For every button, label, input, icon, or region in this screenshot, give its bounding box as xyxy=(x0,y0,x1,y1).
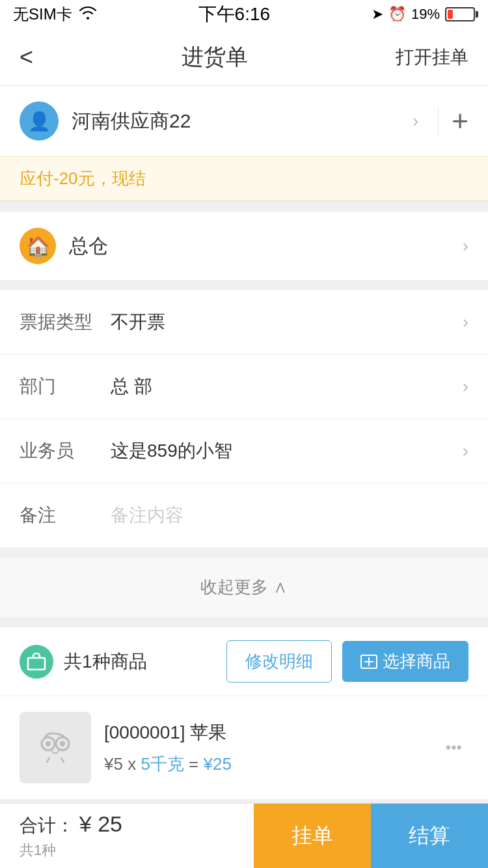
supplier-name: 河南供应商22 xyxy=(72,108,413,135)
total-count: 共1种 xyxy=(20,841,234,860)
remark-value: 备注内容 xyxy=(98,503,468,528)
alarm-icon: ⏰ xyxy=(388,6,406,23)
bottom-bar: 合计： ¥ 25 共1种 挂单 结算 xyxy=(0,803,488,868)
salesperson-label: 业务员 xyxy=(20,439,98,463)
location-icon: ➤ xyxy=(372,6,383,23)
products-count: 共1种商品 xyxy=(64,649,226,674)
department-row[interactable]: 部门 总 部 › xyxy=(0,355,488,419)
total-row: 合计： ¥ 25 xyxy=(20,811,234,838)
edit-detail-button[interactable]: 修改明细 xyxy=(226,640,332,683)
add-supplier-button[interactable]: + xyxy=(438,107,468,135)
supplier-chevron-icon: › xyxy=(413,111,418,131)
department-label: 部门 xyxy=(20,374,98,399)
product-more-button[interactable]: ••• xyxy=(439,732,468,763)
notice-text: 应付-20元，现结 xyxy=(20,169,146,188)
warehouse-house-icon: 🏠 xyxy=(26,235,50,258)
product-placeholder-icon xyxy=(33,726,78,770)
product-equals: = xyxy=(189,754,203,774)
warehouse-icon: 🏠 xyxy=(20,228,56,264)
product-item: [0000001] 苹果 ¥5 x 5千克 = ¥25 ••• xyxy=(0,696,488,799)
product-unit-price: ¥5 x xyxy=(104,754,141,774)
supplier-avatar-icon: 👤 xyxy=(28,111,51,132)
invoice-type-label: 票据类型 xyxy=(20,310,98,334)
checkout-button[interactable]: 结算 xyxy=(371,804,488,868)
product-thumbnail xyxy=(20,712,91,783)
product-info: [0000001] 苹果 ¥5 x 5千克 = ¥25 xyxy=(104,720,439,776)
products-header: 共1种商品 修改明细 选择商品 xyxy=(0,627,488,696)
supplier-avatar: 👤 xyxy=(20,102,59,141)
select-product-button[interactable]: 选择商品 xyxy=(342,641,468,682)
total-area: 合计： ¥ 25 共1种 xyxy=(0,804,254,868)
salesperson-row[interactable]: 业务员 这是859的小智 › xyxy=(0,419,488,483)
department-chevron-icon: › xyxy=(463,376,468,397)
total-label: 合计： xyxy=(20,815,74,835)
svg-point-4 xyxy=(46,741,51,746)
product-total: ¥25 xyxy=(204,754,232,774)
product-name: [0000001] 苹果 xyxy=(104,720,439,745)
status-right: ➤ ⏰ 19% xyxy=(372,6,475,23)
battery-icon xyxy=(445,7,475,21)
invoice-type-row[interactable]: 票据类型 不开票 › xyxy=(0,290,488,355)
total-amount: ¥ 25 xyxy=(79,811,122,836)
salesperson-value: 这是859的小智 xyxy=(98,439,463,463)
product-quantity: 5千克 xyxy=(141,754,183,774)
supplier-section: 👤 河南供应商22 › + 应付-20元，现结 xyxy=(0,86,488,201)
warehouse-chevron-icon: › xyxy=(463,236,468,256)
open-pending-button[interactable]: 打开挂单 xyxy=(396,45,468,70)
suspend-button[interactable]: 挂单 xyxy=(254,804,371,868)
department-value: 总 部 xyxy=(98,374,463,399)
content: 👤 河南供应商22 › + 应付-20元，现结 🏠 总仓 › 票据类型 不开票 … xyxy=(0,86,488,865)
salesperson-chevron-icon: › xyxy=(463,441,468,461)
remark-row[interactable]: 备注 备注内容 xyxy=(0,483,488,547)
product-code: [0000001] xyxy=(104,722,190,742)
product-title: 苹果 xyxy=(190,722,226,742)
status-bar: 无SIM卡 下午6:16 ➤ ⏰ 19% xyxy=(0,0,488,29)
svg-rect-0 xyxy=(28,658,45,670)
remark-label: 备注 xyxy=(20,503,98,528)
wifi-icon xyxy=(79,5,97,23)
page-title: 进货单 xyxy=(182,42,248,72)
warehouse-name: 总仓 xyxy=(69,233,463,260)
collapse-row[interactable]: 收起更多 ∧ xyxy=(0,558,488,617)
warehouse-section: 🏠 总仓 › xyxy=(0,211,488,280)
supplier-row[interactable]: 👤 河南供应商22 › + xyxy=(0,86,488,156)
battery-percent: 19% xyxy=(411,6,440,23)
warehouse-row[interactable]: 🏠 总仓 › xyxy=(0,211,488,280)
nav-bar: < 进货单 打开挂单 xyxy=(0,29,488,86)
invoice-type-value: 不开票 xyxy=(98,310,463,334)
invoice-type-chevron-icon: › xyxy=(463,312,468,332)
collapse-label: 收起更多 ∧ xyxy=(200,577,287,597)
select-product-label: 选择商品 xyxy=(383,650,450,673)
products-icon xyxy=(20,645,53,679)
product-price: ¥5 x 5千克 = ¥25 xyxy=(104,753,439,776)
carrier-text: 无SIM卡 xyxy=(13,4,72,25)
form-section: 票据类型 不开票 › 部门 总 部 › 业务员 这是859的小智 › 备注 备注… xyxy=(0,290,488,547)
back-button[interactable]: < xyxy=(20,44,33,71)
notice-bar: 应付-20元，现结 xyxy=(0,156,488,201)
svg-point-5 xyxy=(60,741,65,746)
status-left: 无SIM卡 xyxy=(13,4,97,25)
status-time: 下午6:16 xyxy=(198,2,271,27)
